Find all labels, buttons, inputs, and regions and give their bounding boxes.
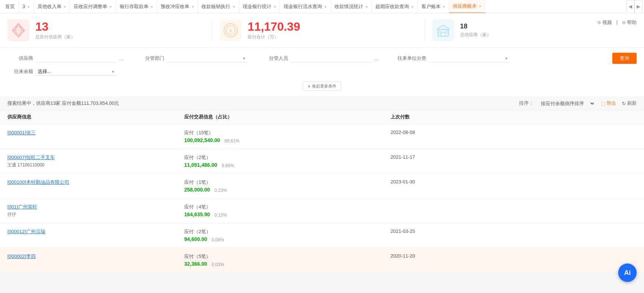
separator: | bbox=[616, 19, 617, 26]
help-link[interactable]: ⊙ 帮助 bbox=[622, 19, 637, 26]
table-row[interactable]: [001]广州荣轩 仔仔 应付（4笔） 164,635.90 0.15% bbox=[0, 199, 644, 223]
transaction-pct-1: 89.61% bbox=[224, 138, 239, 144]
person-input[interactable] bbox=[290, 54, 371, 62]
collapse-button[interactable]: ∧ 收起更多条件 bbox=[303, 82, 341, 91]
search-button[interactable]: 查询 bbox=[612, 53, 637, 64]
close-icon[interactable]: × bbox=[64, 4, 66, 9]
transaction-info-2: 应付（2笔） 11,051,486.00 9.89% bbox=[184, 154, 391, 168]
supplier-contact-2: 王通 17106110000 bbox=[7, 162, 184, 168]
category-select-wrap bbox=[428, 54, 510, 62]
collapse-icon: ∧ bbox=[308, 84, 311, 89]
nav-tab-receipt-stat[interactable]: 收款情况统计 × bbox=[331, 0, 372, 13]
close-icon[interactable]: × bbox=[274, 4, 276, 9]
summary-icon-coin: ¥ bbox=[220, 19, 242, 41]
supplier-name-3[interactable]: [000100]本特勤油品有限公司 bbox=[7, 179, 184, 186]
transaction-pct-2: 9.89% bbox=[222, 163, 234, 168]
balance-select[interactable]: 选择... bbox=[35, 68, 116, 76]
nav-tab-home[interactable]: 首页 bbox=[1, 0, 19, 13]
table-row[interactable]: [000100]本特勤油品有限公司 应付（1笔） 258,000.00 0.23… bbox=[0, 174, 644, 199]
close-icon[interactable]: × bbox=[479, 4, 481, 8]
video-link[interactable]: ⊙ 视频 bbox=[597, 19, 612, 26]
nav-tab-other-income[interactable]: 其他收入单 × bbox=[34, 0, 70, 13]
transaction-amount-4: 164,635.90 bbox=[184, 211, 210, 217]
dept-select[interactable] bbox=[167, 54, 248, 62]
supplier-info-5: [000012]广州贝瑞 bbox=[7, 228, 184, 235]
top-right-links: ⊙ 视频 | ⊙ 帮助 bbox=[597, 19, 637, 26]
summary-bar: 13 总应付供应商（家） ¥ 11,170.39 应付合计（万） bbox=[0, 13, 644, 48]
supplier-input[interactable] bbox=[35, 54, 116, 62]
close-icon[interactable]: × bbox=[411, 4, 413, 9]
nav-tab-prepay-offset[interactable]: 预收冲应收单 × bbox=[157, 0, 198, 13]
refresh-button[interactable]: ↻ 刷新 bbox=[622, 100, 637, 107]
svg-text:¥: ¥ bbox=[229, 28, 232, 34]
supplier-name-2[interactable]: [000007]恒旺二手叉车 bbox=[7, 154, 184, 161]
nav-tab-payment-verify[interactable]: 收款核销执行 × bbox=[198, 0, 239, 13]
close-icon[interactable]: × bbox=[192, 4, 194, 9]
nav-tab-3[interactable]: 3 × bbox=[19, 0, 34, 13]
person-dots[interactable]: ... bbox=[374, 55, 379, 61]
transaction-pct-5: 0.08% bbox=[211, 237, 224, 242]
nav-tab-bank-deposit[interactable]: 银行存取款单 × bbox=[116, 0, 157, 13]
close-icon[interactable]: × bbox=[232, 4, 235, 9]
last-pay-6: 2020-11-20 bbox=[391, 253, 637, 259]
close-icon[interactable]: × bbox=[109, 4, 112, 9]
transaction-info-1: 应付（15笔） 100,092,540.00 89.61% bbox=[184, 130, 391, 144]
nav-tab-ar-ap-adjust[interactable]: 应收应付调整单 × bbox=[70, 0, 116, 13]
table-row[interactable]: [000012]广州贝瑞 应付（2笔） 94,600.00 0.08% 2021… bbox=[0, 223, 644, 248]
nav-tab-overdue-query[interactable]: 超期应收款查询 × bbox=[372, 0, 417, 13]
supplier-name-1[interactable]: [000001]张三 bbox=[7, 130, 184, 136]
last-pay-date-3: 2023-01-30 bbox=[391, 179, 415, 185]
close-icon[interactable]: × bbox=[151, 4, 153, 9]
supplier-dots[interactable]: ... bbox=[119, 55, 124, 61]
transaction-amount-6: 32,366.00 bbox=[184, 261, 207, 267]
close-icon[interactable]: × bbox=[443, 4, 445, 9]
nav-tab-customer-ledger[interactable]: 客户账本 × bbox=[418, 0, 449, 13]
table-row[interactable]: [000007]恒旺二手叉车 王通 17106110000 应付（2笔） 11,… bbox=[0, 149, 644, 174]
transaction-label-2: 应付（2笔） bbox=[184, 155, 211, 160]
table-row[interactable]: [000002]李四 应付（5笔） 32,366.00 0.03% 2020-1… bbox=[0, 248, 644, 273]
svg-rect-10 bbox=[439, 31, 441, 33]
payable-suppliers-label: 总应付供应商（家） bbox=[35, 34, 75, 40]
nav-tab-cash-bank-stat[interactable]: 现金银行统计 × bbox=[239, 0, 280, 13]
sort-select-wrap: 按应付余额倒序排序 bbox=[539, 100, 595, 107]
payable-suppliers-value: 13 bbox=[35, 21, 75, 32]
total-suppliers-value: 18 bbox=[460, 23, 491, 30]
summary-text-payable-amount: 11,170.39 应付合计（万） bbox=[248, 21, 300, 40]
total-suppliers-label: 总供应商（家） bbox=[460, 32, 491, 38]
col-header-transaction: 应付交易信息（占比） bbox=[184, 114, 391, 120]
supplier-info-3: [000100]本特勤油品有限公司 bbox=[7, 179, 184, 186]
category-select[interactable] bbox=[428, 54, 510, 62]
payable-amount-value: 11,170.39 bbox=[248, 21, 300, 32]
svg-rect-11 bbox=[445, 31, 448, 33]
filter-item-supplier: 供应商 ... bbox=[7, 54, 124, 62]
table-row[interactable]: [000001]张三 应付（15笔） 100,092,540.00 89.61%… bbox=[0, 124, 644, 149]
result-bar-right: 排序： 按应付余额倒序排序 ⬚ 导出 ↻ 刷新 bbox=[519, 100, 637, 107]
transaction-pct-3: 0.23% bbox=[214, 188, 227, 193]
refresh-label: 刷新 bbox=[627, 100, 637, 107]
nav-right-arrow[interactable]: ▶ bbox=[634, 0, 643, 13]
top-navigation: 首页 3 × 其他收入单 × 应收应付调整单 × 银行存取款单 × 预收冲应收单… bbox=[0, 0, 644, 13]
sort-select[interactable]: 按应付余额倒序排序 bbox=[539, 100, 595, 107]
summary-text-total-suppliers: 18 总供应商（家） bbox=[460, 23, 491, 38]
collapse-area: ∧ 收起更多条件 bbox=[7, 79, 637, 93]
summary-icon-store bbox=[432, 19, 454, 41]
nav-tab-supplier-ledger[interactable]: 供应商账本 × bbox=[449, 0, 485, 13]
supplier-name-6[interactable]: [000002]李四 bbox=[7, 253, 184, 260]
nav-tab-cash-flow-query[interactable]: 现金银行流水查询 × bbox=[280, 0, 330, 13]
filter-item-person: 分管人员 ... bbox=[262, 54, 379, 62]
close-icon[interactable]: × bbox=[324, 4, 326, 9]
transaction-label-1: 应付（15笔） bbox=[184, 130, 213, 135]
transaction-pct-4: 0.15% bbox=[214, 213, 227, 218]
close-icon[interactable]: × bbox=[365, 4, 368, 9]
balance-select-wrap: 选择... bbox=[35, 68, 116, 76]
supplier-name-4[interactable]: [001]广州荣轩 bbox=[7, 204, 184, 210]
supplier-name-5[interactable]: [000012]广州贝瑞 bbox=[7, 228, 184, 235]
svg-rect-9 bbox=[441, 32, 445, 36]
close-icon[interactable]: × bbox=[27, 4, 29, 9]
export-button[interactable]: ⬚ 导出 bbox=[601, 100, 616, 107]
supplier-info-4: [001]广州荣轩 仔仔 bbox=[7, 204, 184, 218]
balance-label: 往来余额 bbox=[7, 68, 33, 75]
last-pay-5: 2021-03-25 bbox=[391, 228, 637, 234]
filter-area: 供应商 ... 分管部门 分管人员 ... 往来单位分类 bbox=[0, 48, 644, 97]
nav-left-arrow[interactable]: ◀ bbox=[626, 0, 634, 13]
